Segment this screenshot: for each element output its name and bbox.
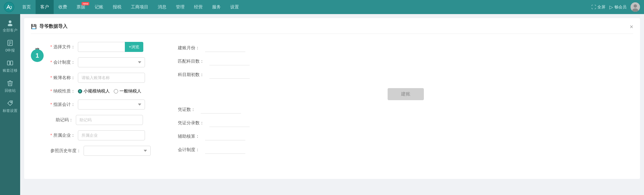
ledger-input[interactable] bbox=[78, 73, 145, 83]
month-label: 建账月份： bbox=[178, 45, 205, 51]
memo-label: 助记码： bbox=[50, 117, 73, 123]
build-button[interactable]: 建账 bbox=[388, 88, 424, 100]
tax-small-option[interactable]: 小规模纳税人 bbox=[78, 88, 110, 94]
nav-items: 首页 客户 收费 票据 new 记账 报税 工商项目 消息 管理 经营 服务 设… bbox=[17, 0, 591, 14]
svg-point-5 bbox=[8, 24, 12, 26]
accounting-label: 会计制度： bbox=[50, 59, 75, 65]
match-label: 匹配科目数： bbox=[178, 58, 209, 64]
logo bbox=[3, 1, 15, 13]
svg-point-4 bbox=[9, 20, 11, 23]
vip-icon: ▷ bbox=[609, 4, 613, 10]
company-label: 所属企业： bbox=[50, 132, 75, 138]
nav-item-settings[interactable]: 设置 bbox=[226, 0, 244, 14]
fullscreen-icon: ⛶ bbox=[591, 4, 596, 10]
voucher-row: 凭证数： bbox=[178, 106, 633, 114]
voucher-records-value bbox=[209, 119, 250, 127]
tax-label: 纳税性质： bbox=[50, 88, 75, 94]
main-content: 💾 导爷数据导入 × 建账 1 选择文件： bbox=[20, 14, 644, 195]
subject-label: 科目期初数： bbox=[178, 72, 209, 78]
voucher-label: 凭证数： bbox=[178, 107, 201, 113]
trash-icon bbox=[7, 80, 13, 87]
top-nav: 首页 客户 收费 票据 new 记账 报税 工商项目 消息 管理 经营 服务 设… bbox=[0, 0, 644, 14]
panel-title: 导爷数据导入 bbox=[39, 23, 67, 29]
new-badge: new bbox=[82, 2, 89, 5]
sidebar-item-trash[interactable]: 回收站 bbox=[0, 77, 20, 96]
sidebar-item-all-customers[interactable]: 全部客户 bbox=[0, 17, 20, 36]
declare-icon bbox=[7, 40, 13, 47]
accounting-row: 会计制度： bbox=[50, 57, 164, 67]
accounting-sys-value bbox=[205, 146, 245, 154]
file-label: 选择文件： bbox=[50, 44, 75, 50]
nav-item-invoice[interactable]: 票据 new bbox=[72, 0, 90, 14]
month-row: 建账月份： bbox=[178, 44, 633, 52]
voucher-value bbox=[201, 106, 241, 114]
main-layout: 全部客户 0申报 账套迁移 回收站 标签设置 bbox=[0, 14, 644, 195]
sidebar: 全部客户 0申报 账套迁移 回收站 标签设置 bbox=[0, 14, 20, 195]
company-row: 所属企业： bbox=[50, 130, 164, 140]
accounting-select[interactable] bbox=[78, 57, 145, 67]
svg-rect-11 bbox=[10, 61, 13, 65]
file-input-wrap: +浏览 bbox=[78, 42, 143, 52]
tax-row: 纳税性质： 小规模纳税人 一般纳税人 bbox=[50, 88, 164, 94]
subject-row: 科目期初数： bbox=[178, 71, 633, 79]
accounting-sys-label: 会计制度： bbox=[178, 147, 205, 153]
sidebar-item-tag[interactable]: 标签设置 bbox=[0, 97, 20, 116]
user-icon bbox=[7, 19, 13, 27]
match-value bbox=[209, 57, 250, 65]
sidebar-item-migrate[interactable]: 账套迁移 bbox=[0, 57, 20, 76]
nav-item-service[interactable]: 服务 bbox=[207, 0, 226, 14]
form-left: 建账 1 选择文件： +浏览 bbox=[31, 42, 164, 156]
vip-btn[interactable]: ▷ 畅会员 bbox=[609, 4, 627, 10]
ledger-label: 账簿名称： bbox=[50, 75, 75, 81]
tax-small-radio[interactable] bbox=[78, 89, 82, 93]
accountant-row: 指派会计： bbox=[50, 100, 164, 110]
aux-row: 辅助核算： bbox=[178, 132, 633, 140]
form-grid: 选择文件： +浏览 会计制度： bbox=[50, 42, 164, 156]
nav-item-bookkeep[interactable]: 记账 bbox=[90, 0, 108, 14]
accountant-label: 指派会计： bbox=[50, 102, 75, 108]
voucher-records-row: 凭证分录数： bbox=[178, 119, 633, 127]
browse-button[interactable]: +浏览 bbox=[125, 42, 143, 52]
panel-header: 💾 导爷数据导入 bbox=[31, 23, 633, 34]
info-panel: 建账月份： 匹配科目数： 科目期初数： 建账 bbox=[178, 42, 633, 156]
sidebar-item-declare[interactable]: 0申报 bbox=[0, 37, 20, 56]
month-value bbox=[205, 44, 245, 52]
migrate-icon bbox=[7, 60, 13, 67]
history-label: 参照历史年度： bbox=[50, 148, 81, 154]
accountant-select[interactable] bbox=[78, 100, 145, 110]
tax-general-label: 一般纳税人 bbox=[119, 88, 141, 94]
file-text-input[interactable] bbox=[78, 42, 125, 52]
file-row: 选择文件： +浏览 bbox=[50, 42, 164, 52]
tax-small-label: 小规模纳税人 bbox=[84, 88, 110, 94]
form-area: 建账 1 选择文件： +浏览 bbox=[31, 42, 633, 156]
memo-row: 助记码： bbox=[50, 115, 164, 125]
history-select[interactable] bbox=[84, 146, 151, 156]
fullscreen-btn[interactable]: ⛶ 全屏 bbox=[591, 4, 605, 10]
import-panel: 💾 导爷数据导入 × 建账 1 选择文件： bbox=[24, 18, 640, 179]
nav-item-operation[interactable]: 经营 bbox=[189, 0, 207, 14]
aux-label: 辅助核算： bbox=[178, 133, 205, 139]
nav-item-business[interactable]: 工商项目 bbox=[126, 0, 153, 14]
nav-item-charge[interactable]: 收费 bbox=[54, 0, 72, 14]
nav-item-message[interactable]: 消息 bbox=[153, 0, 171, 14]
history-row: 参照历史年度： bbox=[50, 146, 164, 156]
info-section: 建账月份： 匹配科目数： 科目期初数： 建账 bbox=[178, 44, 633, 154]
tax-general-option[interactable]: 一般纳税人 bbox=[114, 88, 141, 94]
nav-item-tax[interactable]: 报税 bbox=[108, 0, 126, 14]
voucher-records-label: 凭证分录数： bbox=[178, 120, 209, 126]
avatar[interactable] bbox=[631, 2, 640, 12]
nav-item-manage[interactable]: 管理 bbox=[171, 0, 189, 14]
nav-item-home[interactable]: 首页 bbox=[17, 0, 36, 14]
subject-value bbox=[209, 71, 250, 79]
tag-icon bbox=[7, 100, 13, 107]
tax-general-radio[interactable] bbox=[114, 89, 118, 93]
svg-rect-10 bbox=[7, 61, 10, 65]
close-button[interactable]: × bbox=[630, 23, 633, 30]
nav-item-customer[interactable]: 客户 bbox=[36, 0, 54, 14]
company-input[interactable] bbox=[78, 130, 145, 140]
accounting-sys-row: 会计制度： bbox=[178, 146, 633, 154]
step-badge: 1 bbox=[31, 49, 44, 62]
svg-point-2 bbox=[634, 4, 637, 8]
memo-input[interactable] bbox=[76, 115, 143, 125]
build-btn-wrap: 建账 bbox=[178, 88, 633, 100]
